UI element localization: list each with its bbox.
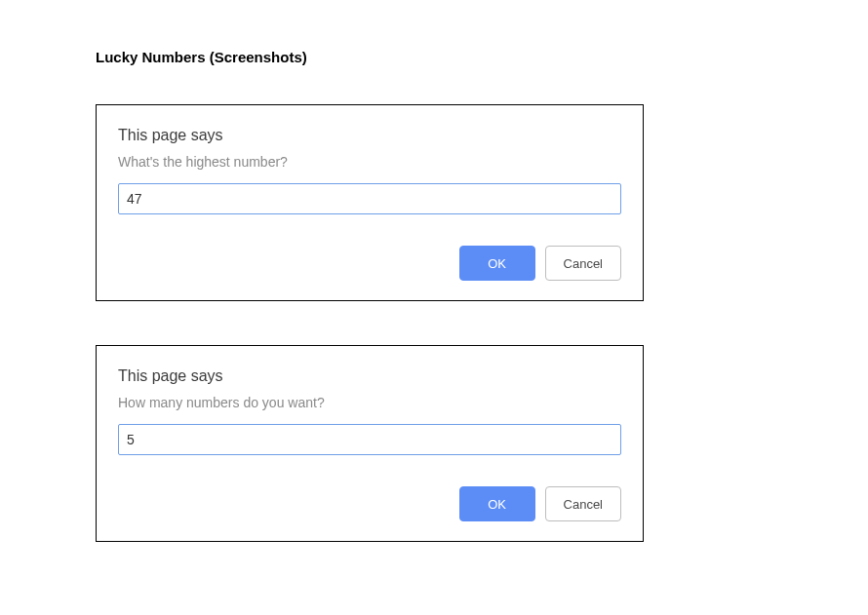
dialog-title: This page says — [118, 127, 621, 144]
page-title: Lucky Numbers (Screenshots) — [96, 49, 868, 65]
ok-button[interactable]: OK — [459, 246, 535, 281]
cancel-button[interactable]: Cancel — [545, 486, 621, 521]
cancel-button[interactable]: Cancel — [545, 246, 621, 281]
prompt-dialog-highest: This page says What's the highest number… — [96, 104, 644, 301]
dialog-input[interactable] — [118, 183, 621, 214]
dialog-button-row: OK Cancel — [118, 486, 621, 521]
dialog-title: This page says — [118, 367, 621, 385]
ok-button[interactable]: OK — [459, 486, 535, 521]
prompt-dialog-count: This page says How many numbers do you w… — [96, 345, 644, 542]
dialog-input[interactable] — [118, 424, 621, 455]
dialog-prompt-text: How many numbers do you want? — [118, 395, 621, 410]
dialog-button-row: OK Cancel — [118, 246, 621, 281]
dialog-prompt-text: What's the highest number? — [118, 154, 621, 170]
